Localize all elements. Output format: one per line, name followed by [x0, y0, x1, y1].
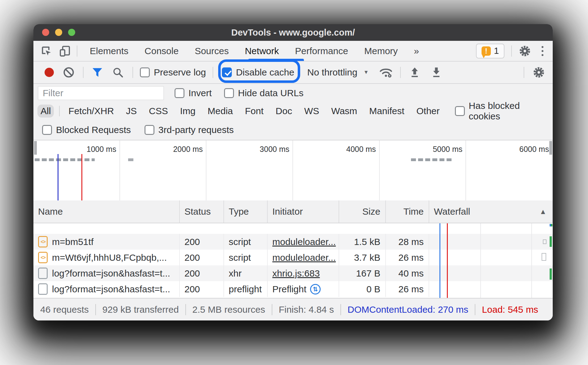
- chevron-double-right-icon: »: [414, 46, 419, 56]
- disable-cache-checkbox[interactable]: Disable cache: [222, 67, 294, 78]
- chip-doc[interactable]: Doc: [273, 105, 295, 118]
- throttling-dropdown[interactable]: No throttling ▼: [307, 67, 369, 78]
- export-har-button[interactable]: [431, 67, 442, 78]
- third-party-requests-checkbox[interactable]: 3rd-party requests: [145, 125, 234, 135]
- third-party-requests-label[interactable]: 3rd-party requests: [158, 125, 234, 135]
- timeline-tick: 4000 ms: [293, 140, 380, 200]
- preflight-arrows-icon[interactable]: ⇅: [310, 284, 321, 294]
- preserve-log-label[interactable]: Preserve log: [154, 67, 206, 78]
- tab-network[interactable]: Network: [237, 41, 287, 61]
- has-blocked-cookies-checkbox[interactable]: Has blocked cookies: [455, 101, 549, 122]
- issues-badge[interactable]: ! 1: [476, 44, 504, 58]
- checkbox-unchecked-icon[interactable]: [455, 106, 465, 116]
- chip-ws[interactable]: WS: [301, 105, 322, 118]
- cell-time: 26 ms: [386, 250, 429, 265]
- toggle-device-toolbar-button[interactable]: [58, 44, 72, 58]
- hide-data-urls-checkbox[interactable]: Hide data URLs: [224, 88, 304, 98]
- column-header-initiator[interactable]: Initiator: [268, 200, 339, 223]
- column-header-status[interactable]: Status: [180, 200, 224, 223]
- waterfall-bar: [550, 268, 552, 280]
- search-button[interactable]: [112, 67, 124, 78]
- chip-font[interactable]: Font: [242, 105, 267, 118]
- script-file-icon: <>: [38, 236, 48, 247]
- initiator-link[interactable]: xhrio.js:683: [272, 268, 320, 279]
- cell-type: script: [224, 234, 268, 250]
- chip-fetch-xhr[interactable]: Fetch/XHR: [65, 105, 117, 118]
- has-blocked-cookies-label[interactable]: Has blocked cookies: [469, 101, 549, 122]
- column-header-waterfall[interactable]: Waterfall: [429, 200, 553, 223]
- hide-data-urls-label[interactable]: Hide data URLs: [238, 88, 304, 98]
- sort-ascending-icon[interactable]: ▲: [539, 208, 547, 216]
- cell-time: 26 ms: [386, 281, 429, 297]
- more-tabs-button[interactable]: »: [406, 41, 427, 61]
- checkbox-unchecked-icon[interactable]: [140, 67, 150, 77]
- clear-network-log-button[interactable]: [63, 67, 74, 78]
- devtools-window: DevTools - www.google.com/: [33, 24, 553, 320]
- disable-cache-label[interactable]: Disable cache: [236, 67, 294, 78]
- settings-button[interactable]: [518, 44, 532, 58]
- timeline-tick: 1000 ms: [33, 140, 120, 200]
- tab-sources[interactable]: Sources: [187, 41, 237, 61]
- overview-left-handle[interactable]: [34, 141, 37, 155]
- preserve-log-checkbox[interactable]: Preserve log: [140, 67, 206, 78]
- blocked-requests-checkbox[interactable]: Blocked Requests: [42, 125, 131, 135]
- more-options-button[interactable]: [538, 46, 547, 56]
- checkbox-unchecked-icon[interactable]: [42, 125, 52, 135]
- column-header-time[interactable]: Time: [386, 200, 429, 223]
- network-overview-timeline[interactable]: 1000 ms 2000 ms 3000 ms 4000 ms 5000 ms …: [33, 140, 553, 200]
- request-name: log?format=json&hasfast=t...: [52, 284, 170, 294]
- filter-toggle-button[interactable]: [92, 67, 103, 78]
- table-row[interactable]: log?format=json&hasfast=t... 200 xhr xhr…: [33, 265, 553, 281]
- overview-right-handle[interactable]: [549, 141, 552, 155]
- issues-count: 1: [494, 46, 499, 56]
- load-time: Load: 545 ms: [482, 304, 538, 315]
- invert-label[interactable]: Invert: [188, 88, 212, 98]
- column-header-name[interactable]: Name: [33, 200, 180, 223]
- cell-initiator: xhrio.js:683: [268, 265, 339, 281]
- network-conditions-button[interactable]: [379, 67, 393, 78]
- initiator-link[interactable]: moduleloader...: [272, 237, 336, 247]
- column-header-type[interactable]: Type: [224, 200, 268, 223]
- chip-manifest[interactable]: Manifest: [366, 105, 407, 118]
- table-row[interactable]: log?format=json&hasfast=t... 200 preflig…: [33, 281, 553, 297]
- type-filter-row: All Fetch/XHR JS CSS Img Media Font Doc …: [33, 102, 553, 120]
- separator: [213, 67, 213, 78]
- cell-status: 200: [180, 265, 224, 281]
- chip-other[interactable]: Other: [413, 105, 443, 118]
- invert-checkbox[interactable]: Invert: [175, 88, 212, 98]
- request-name: log?format=json&hasfast=t...: [52, 268, 170, 279]
- tab-console[interactable]: Console: [136, 41, 187, 61]
- checkbox-unchecked-icon[interactable]: [224, 88, 234, 98]
- filter-input[interactable]: [38, 86, 164, 100]
- chip-js[interactable]: JS: [123, 105, 140, 118]
- import-har-button[interactable]: [409, 67, 420, 78]
- initiator-link[interactable]: moduleloader...: [272, 252, 336, 263]
- cell-type: preflight: [224, 281, 268, 297]
- generic-file-icon: [38, 283, 48, 295]
- overview-activity-bars: [35, 158, 95, 161]
- checkbox-unchecked-icon[interactable]: [145, 125, 154, 135]
- chip-css[interactable]: CSS: [146, 105, 171, 118]
- record-network-log-button[interactable]: [45, 68, 54, 77]
- chip-media[interactable]: Media: [205, 105, 236, 118]
- cell-type: script: [224, 250, 268, 265]
- transferred-size: 929 kB transferred: [102, 304, 179, 315]
- inspect-element-button[interactable]: [40, 44, 53, 58]
- chip-img[interactable]: Img: [177, 105, 199, 118]
- tab-elements[interactable]: Elements: [82, 41, 136, 61]
- selected-tab-underline: [248, 59, 304, 61]
- chip-all[interactable]: All: [37, 105, 54, 118]
- table-row[interactable]: <> m=Wt6vjf,hhhU8,FCpbqb,... 200 script …: [33, 250, 553, 265]
- requests-table-header: Name Status Type Initiator Size Time Wat…: [33, 200, 553, 223]
- checkbox-checked-icon[interactable]: [222, 67, 232, 77]
- throttling-value[interactable]: No throttling: [307, 67, 357, 78]
- finish-time: Finish: 4.84 s: [279, 304, 334, 315]
- network-settings-button[interactable]: [532, 66, 545, 79]
- tab-performance[interactable]: Performance: [287, 41, 356, 61]
- column-header-size[interactable]: Size: [339, 200, 386, 223]
- tab-memory[interactable]: Memory: [356, 41, 406, 61]
- chip-wasm[interactable]: Wasm: [328, 105, 360, 118]
- checkbox-unchecked-icon[interactable]: [175, 88, 184, 98]
- table-row[interactable]: <> m=bm51tf 200 script moduleloader... 1…: [33, 234, 553, 250]
- blocked-requests-label[interactable]: Blocked Requests: [56, 125, 131, 135]
